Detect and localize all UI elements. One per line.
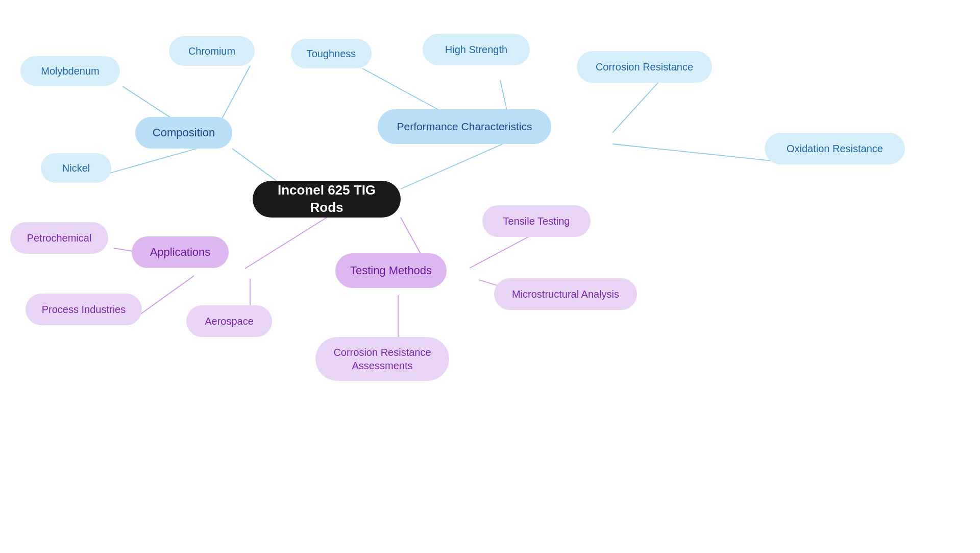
performance-node: Performance Characteristics [378, 109, 551, 144]
composition-node: Composition [135, 117, 232, 149]
molybdenum-node: Molybdenum [20, 56, 120, 86]
aerospace-node: Aerospace [186, 305, 272, 337]
high-strength-node: High Strength [423, 34, 530, 65]
nickel-node: Nickel [41, 153, 111, 183]
process-industries-node: Process Industries [26, 294, 142, 325]
svg-line-9 [245, 218, 327, 269]
testing-methods-node: Testing Methods [335, 253, 447, 288]
svg-line-4 [401, 144, 503, 189]
tensile-testing-node: Tensile Testing [482, 205, 591, 237]
svg-line-7 [612, 82, 658, 133]
chromium-node: Chromium [169, 36, 255, 66]
microstructural-analysis-node: Microstructural Analysis [494, 278, 637, 310]
corrosion-resistance-node: Corrosion Resistance [577, 51, 712, 83]
svg-line-3 [110, 149, 197, 173]
toughness-node: Toughness [291, 39, 372, 68]
corrosion-assessments-node: Corrosion Resistance Assessments [315, 337, 449, 381]
svg-line-11 [138, 276, 194, 316]
oxidation-resistance-node: Oxidation Resistance [765, 133, 905, 164]
svg-line-14 [470, 233, 536, 268]
applications-node: Applications [132, 236, 229, 268]
center-node: Inconel 625 TIG Rods [253, 181, 401, 218]
petrochemical-node: Petrochemical [10, 222, 108, 254]
